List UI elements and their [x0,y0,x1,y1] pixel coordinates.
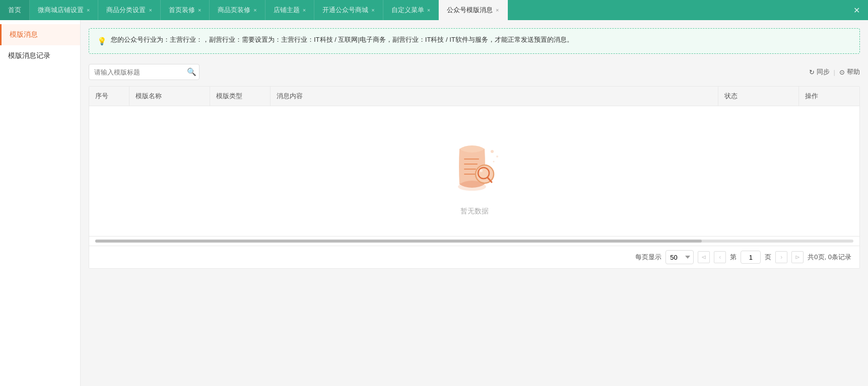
tab-shop-theme[interactable]: 店铺主题 × [265,0,314,20]
svg-point-10 [496,156,498,158]
close-all-tabs[interactable]: ✕ [845,6,868,15]
main-layout: 模版消息 模版消息记录 💡 您的公众号行业为：主营行业：，副营行业：需要设置为：… [0,20,868,386]
first-page-button[interactable]: ⊲ [698,251,710,263]
total-info: 共0页, 0条记录 [808,253,851,262]
sidebar: 模版消息 模版消息记录 [0,20,81,386]
tab-home-decor[interactable]: 首页装修 × [161,0,210,20]
sync-button[interactable]: ↻ 同步 [809,67,830,76]
divider: | [834,68,835,76]
th-index: 序号 [89,87,129,106]
search-button[interactable]: 🔍 [183,64,199,80]
page-unit: 页 [765,253,771,262]
close-tab-open-mall[interactable]: × [371,7,374,13]
tab-home[interactable]: 首页 [0,0,30,20]
th-name: 模版名称 [129,87,210,106]
close-tab-product-decor[interactable]: × [253,7,256,13]
last-page-button[interactable]: ⊳ [791,251,804,263]
help-icon: ⊙ [839,68,845,76]
svg-point-11 [493,161,494,163]
close-tab-home-decor[interactable]: × [198,7,201,13]
help-button[interactable]: ⊙ 帮助 [839,67,860,76]
empty-illustration [444,136,505,197]
notice-box: 💡 您的公众号行业为：主营行业：，副营行业：需要设置为：主营行业：IT科技 / … [89,28,860,54]
sidebar-item-template-msg-record[interactable]: 模版消息记录 [0,45,80,66]
empty-text: 暂无数据 [460,207,489,216]
tab-open-mall[interactable]: 开通公众号商城 × [314,0,383,20]
th-status: 状态 [718,87,799,106]
close-tab-custom-menu[interactable]: × [427,7,430,13]
close-tab-shop-theme[interactable]: × [303,7,306,13]
tab-category-settings[interactable]: 商品分类设置 × [98,0,160,20]
next-page-button[interactable]: › [775,251,787,263]
notice-icon: 💡 [97,35,107,47]
close-tab-template-msg[interactable]: × [496,7,499,13]
page-size-select[interactable]: 50 10 20 100 [665,250,694,264]
table-header: 序号 模版名称 模版类型 消息内容 状态 操作 [89,87,859,106]
svg-point-8 [480,169,483,172]
empty-svg [444,136,505,197]
sync-icon: ↻ [809,68,815,76]
search-input-wrap: 🔍 [89,64,199,80]
sidebar-item-template-msg[interactable]: 模版消息 [0,24,80,45]
close-tab-shop-settings[interactable]: × [87,7,90,13]
current-page-input[interactable] [741,251,761,264]
close-tab-category-settings[interactable]: × [149,7,152,13]
pagination: 每页显示 50 10 20 100 ⊲ ‹ 第 页 › ⊳ 共0页, 0条记录 [89,246,859,268]
th-content: 消息内容 [271,87,718,106]
tab-custom-menu[interactable]: 自定义菜单 × [383,0,439,20]
scroll-bar-thumb[interactable] [95,240,702,243]
tab-product-decor[interactable]: 商品页装修 × [210,0,265,20]
empty-state: 暂无数据 [89,106,859,236]
th-action: 操作 [799,87,859,106]
search-icon: 🔍 [187,67,196,76]
toolbar-right: ↻ 同步 | ⊙ 帮助 [809,67,860,76]
table-wrap: 序号 模版名称 模版类型 消息内容 状态 操作 [89,86,860,269]
notice-text: 您的公众号行业为：主营行业：，副营行业：需要设置为：主营行业：IT科技 / 互联… [111,35,573,45]
search-bar: 🔍 ↻ 同步 | ⊙ 帮助 [89,64,860,80]
scroll-bar-track[interactable] [95,240,853,243]
svg-point-9 [491,150,494,153]
tab-bar: 首页 微商城店铺设置 × 商品分类设置 × 首页装修 × 商品页装修 × 店铺主… [0,0,868,20]
scroll-bar-wrap [89,236,859,246]
content-area: 💡 您的公众号行业为：主营行业：，副营行业：需要设置为：主营行业：IT科技 / … [81,20,868,386]
search-input[interactable] [89,64,199,80]
prev-page-button[interactable]: ‹ [714,251,726,263]
page-size-label: 每页显示 [635,253,661,262]
page-word: 第 [730,253,737,262]
tab-shop-settings[interactable]: 微商城店铺设置 × [30,0,98,20]
th-type: 模版类型 [210,87,271,106]
tab-template-msg[interactable]: 公众号模版消息 × [439,0,507,20]
